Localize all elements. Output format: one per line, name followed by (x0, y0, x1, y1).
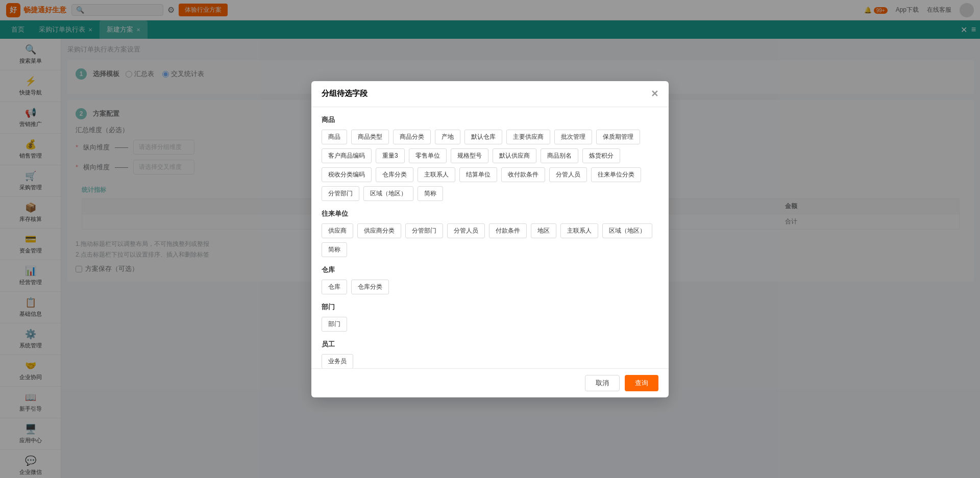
field-group-product: 商品 商品类型 商品分类 产地 默认仓库 主要供应商 批次管理 保质期管理 客户… (322, 130, 658, 201)
field-tag-partner-manager[interactable]: 分管人员 (447, 223, 485, 238)
field-tag-contact[interactable]: 主联系人 (560, 223, 598, 238)
cancel-button[interactable]: 取消 (585, 375, 620, 391)
field-tag-settlement-unit[interactable]: 结算单位 (459, 167, 497, 182)
dialog-header: 分组待选字段 ✕ (311, 81, 669, 107)
field-tag-product-type[interactable]: 商品类型 (351, 130, 389, 144)
field-tag-supplier[interactable]: 供应商 (322, 223, 353, 238)
field-group-employee: 业务员 (322, 354, 658, 368)
field-tag-manager[interactable]: 分管人员 (549, 167, 587, 182)
field-tag-wh-category[interactable]: 仓库分类 (351, 280, 389, 294)
field-tag-payment-terms[interactable]: 收付款条件 (501, 167, 545, 182)
field-tag-product-category[interactable]: 商品分类 (393, 130, 431, 144)
field-tag-warehouse-category[interactable]: 仓库分类 (376, 167, 413, 182)
dialog-overlay: 分组待选字段 ✕ 商品 商品 商品类型 商品分类 产地 默认仓库 主要供应商 批… (0, 0, 980, 478)
confirm-button[interactable]: 查询 (625, 375, 658, 391)
section-title-employee: 员工 (322, 340, 658, 349)
dialog-title: 分组待选字段 (322, 89, 368, 98)
dialog-body: 商品 商品 商品类型 商品分类 产地 默认仓库 主要供应商 批次管理 保质期管理… (311, 107, 669, 368)
field-tag-wh[interactable]: 仓库 (322, 280, 347, 294)
section-title-warehouse: 仓库 (322, 265, 658, 274)
field-group-partner: 供应商 供应商分类 分管部门 分管人员 付款条件 地区 主联系人 区域（地区） … (322, 223, 658, 257)
field-tag-partner-dept[interactable]: 分管部门 (405, 223, 443, 238)
field-tag-partner-category[interactable]: 往来单位分类 (591, 167, 641, 182)
section-title-partner: 往来单位 (322, 209, 658, 218)
field-tag-shelf-life[interactable]: 保质期管理 (596, 130, 640, 144)
field-tag-tax-code[interactable]: 税收分类编码 (322, 167, 372, 182)
field-tag-origin[interactable]: 产地 (435, 130, 460, 144)
field-tag-product-alias[interactable]: 商品别名 (541, 148, 578, 163)
field-tag-department[interactable]: 部门 (322, 317, 347, 332)
field-select-dialog: 分组待选字段 ✕ 商品 商品 商品类型 商品分类 产地 默认仓库 主要供应商 批… (311, 81, 669, 397)
field-tag-area[interactable]: 地区 (531, 223, 556, 238)
field-tag-salesperson[interactable]: 业务员 (322, 354, 353, 368)
field-group-dept: 部门 (322, 317, 658, 332)
field-tag-customer-code[interactable]: 客户商品编码 (322, 148, 372, 163)
field-tag-product[interactable]: 商品 (322, 130, 347, 144)
field-group-warehouse: 仓库 仓库分类 (322, 280, 658, 294)
field-tag-supplier-category[interactable]: 供应商分类 (357, 223, 401, 238)
field-tag-partner-region[interactable]: 区域（地区） (602, 223, 652, 238)
field-tag-default-warehouse[interactable]: 默认仓库 (464, 130, 502, 144)
dialog-footer: 取消 查询 (311, 368, 669, 397)
dialog-close-icon[interactable]: ✕ (651, 88, 658, 99)
field-tag-partner-abbr[interactable]: 简称 (322, 242, 347, 257)
field-tag-main-supplier[interactable]: 主要供应商 (506, 130, 550, 144)
section-title-dept: 部门 (322, 303, 658, 312)
field-tag-default-supplier[interactable]: 默认供应商 (493, 148, 536, 163)
field-tag-region[interactable]: 区域（地区） (363, 186, 413, 201)
field-tag-main-contact[interactable]: 主联系人 (418, 167, 455, 182)
field-tag-pay-terms[interactable]: 付款条件 (489, 223, 527, 238)
field-tag-refine-points[interactable]: 炼货积分 (582, 148, 620, 163)
section-title-product: 商品 (322, 115, 658, 124)
field-tag-weight[interactable]: 重量3 (376, 148, 405, 163)
field-tag-abbr[interactable]: 简称 (418, 186, 443, 201)
field-tag-batch-mgmt[interactable]: 批次管理 (554, 130, 592, 144)
field-tag-retail-unit[interactable]: 零售单位 (409, 148, 447, 163)
field-tag-spec-model[interactable]: 规格型号 (451, 148, 488, 163)
field-tag-dept[interactable]: 分管部门 (322, 186, 359, 201)
